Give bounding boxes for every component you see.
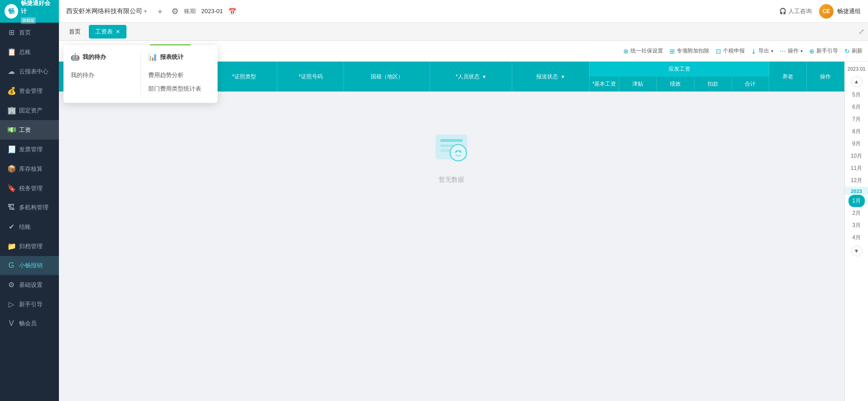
nav-icon-fund: 💰 xyxy=(7,87,15,95)
nav-icon-multi-org: 🏗 xyxy=(7,203,15,212)
refresh-icon: ↻ xyxy=(844,48,850,55)
nav-label-archive: 归档管理 xyxy=(19,242,43,251)
header-status: *人员状态 ▼ xyxy=(430,62,512,92)
header-wage-group: 应发工资 xyxy=(589,62,769,77)
personal-tax-button[interactable]: ⊡ 个税申报 xyxy=(716,47,745,55)
tab-home[interactable]: 首页 xyxy=(63,25,87,39)
timeline-prev-button[interactable]: ▲ xyxy=(851,76,862,87)
sidebar-item-fixed-assets[interactable]: 🏢固定资产 xyxy=(0,101,59,120)
sidebar-item-ledger[interactable]: 📋总账 xyxy=(0,42,59,62)
svg-point-4 xyxy=(450,145,466,161)
popup-todo-title: 🤖 我的待办 xyxy=(71,53,133,63)
new-guide-label: 新手引导 xyxy=(816,47,838,55)
nav-label-member: 畅会员 xyxy=(19,319,37,328)
popup-divider xyxy=(141,53,141,96)
customer-service-button[interactable]: 🎧 人工咨询 xyxy=(779,7,812,15)
svg-rect-1 xyxy=(440,139,463,142)
popup-dept-expense[interactable]: 部门费用类型统计表 xyxy=(148,82,211,96)
sidebar-item-wage[interactable]: 💵工资 xyxy=(0,120,59,140)
popup-col-todo: 🤖 我的待办 我的待办 xyxy=(71,53,133,96)
header-nationality: 国籍（地区） xyxy=(344,62,430,92)
personal-tax-label: 个税申报 xyxy=(723,47,745,55)
table-container: 工号 ⇅ *姓名 *部门 *证照类型 *证照号码 国籍（地区） *人员状态 ▼ … xyxy=(59,62,844,401)
sidebar-item-fund[interactable]: 💰资金管理 xyxy=(0,81,59,101)
timeline-month-nov[interactable]: 11月 xyxy=(845,162,868,174)
tab-expand-icon[interactable]: ⤢ xyxy=(858,28,864,35)
tab-wage-close[interactable]: ✕ xyxy=(116,29,120,35)
topbar: 西安虾米网络科技有限公司 ▾ ＋ ⚙ 账期 2023-01 📅 🎧 人工咨询 C… xyxy=(59,0,868,23)
nav-icon-guide: ▷ xyxy=(7,300,15,309)
topbar-right: 🎧 人工咨询 CE 畅捷通组 xyxy=(779,4,861,19)
operations-chevron: ▾ xyxy=(800,48,803,53)
nav-label-cloud-report: 云报表中心 xyxy=(19,68,48,76)
timeline-month-apr[interactable]: 4月 xyxy=(845,232,868,244)
nav-icon-member: V xyxy=(7,319,15,328)
sidebar-item-tax[interactable]: 🔖税务管理 xyxy=(0,179,59,198)
tab-wage-label: 工资表 xyxy=(95,28,113,36)
logo-icon: 畅 xyxy=(5,4,18,19)
timeline-month-mar[interactable]: 3月 xyxy=(845,219,868,232)
user-info[interactable]: CE 畅捷通组 xyxy=(819,4,861,19)
nav-label-basic: 基础设置 xyxy=(19,281,43,289)
sidebar-item-guide[interactable]: ▷新手引导 xyxy=(0,295,59,314)
nav-label-fixed-assets: 固定资产 xyxy=(19,106,43,115)
timeline-month-jul[interactable]: 7月 xyxy=(845,113,868,126)
avatar-initials: CE xyxy=(823,8,830,14)
timeline-month-feb[interactable]: 2月 xyxy=(845,207,868,219)
timeline-month-jan-active[interactable]: 1月 xyxy=(849,195,865,207)
timeline-month-may[interactable]: 5月 xyxy=(845,89,868,101)
export-button[interactable]: ⤓ 导出 ▾ xyxy=(751,47,773,55)
export-chevron: ▾ xyxy=(771,48,773,53)
timeline-next-button[interactable]: ▼ xyxy=(851,246,862,256)
timeline-month-aug[interactable]: 8月 xyxy=(845,126,868,138)
nav-label-xiaochang: 小畅报销 xyxy=(19,261,43,270)
export-label: 导出 xyxy=(758,47,769,55)
company-dropdown-icon: ▾ xyxy=(144,8,147,14)
header-allowance: 津贴 xyxy=(619,77,657,92)
sidebar-item-cloud-report[interactable]: ☁云报表中心 xyxy=(0,62,59,81)
calendar-icon[interactable]: 📅 xyxy=(228,8,236,15)
company-selector[interactable]: 西安虾米网络科技有限公司 ▾ xyxy=(66,7,147,15)
sidebar-item-invoice[interactable]: 🧾发票管理 xyxy=(0,140,59,159)
add-company-button[interactable]: ＋ xyxy=(156,6,164,17)
personal-tax-icon: ⊡ xyxy=(716,48,721,55)
report-filter-icon[interactable]: ▼ xyxy=(561,74,565,79)
header-deduction: 扣款 xyxy=(694,77,732,92)
sidebar: 畅 畅捷通好会计 旗舰版 ⊞首页📋总账☁云报表中心💰资金管理🏢固定资产💵工资🧾发… xyxy=(0,0,59,401)
nav-label-multi-org: 多机构管理 xyxy=(19,203,48,212)
settings-icon[interactable]: ⚙ xyxy=(171,6,179,16)
new-guide-button[interactable]: ⊕ 新手引导 xyxy=(809,47,838,55)
sidebar-item-multi-org[interactable]: 🏗多机构管理 xyxy=(0,198,59,217)
timeline-month-jun[interactable]: 6月 xyxy=(845,101,868,113)
status-filter-icon[interactable]: ▼ xyxy=(482,74,486,79)
sidebar-item-inventory[interactable]: 📦库存核算 xyxy=(0,159,59,179)
side-timeline: 2023.01 ▲ 5月 6月 7月 8月 9月 10月 11月 12月 202… xyxy=(844,62,868,401)
sidebar-item-settlement[interactable]: ✔结账 xyxy=(0,217,59,237)
timeline-month-dec[interactable]: 12月 xyxy=(845,174,868,187)
nav-icon-home: ⊞ xyxy=(7,28,15,37)
social-insurance-button[interactable]: ⊕ 统一社保设置 xyxy=(623,47,663,55)
popup-todo-item[interactable]: 我的待办 xyxy=(71,68,133,82)
sidebar-item-xiaochang[interactable]: G小畅报销 xyxy=(0,256,59,275)
refresh-button[interactable]: ↻ 刷新 xyxy=(844,47,863,55)
nav-icon-cloud-report: ☁ xyxy=(7,67,15,76)
operations-button[interactable]: ⋯ 操作 ▾ xyxy=(780,47,803,55)
popup-expense-trend[interactable]: 费用趋势分析 xyxy=(148,68,211,82)
special-deduction-button[interactable]: ⊞ 专项附加扣除 xyxy=(669,47,709,55)
user-name: 畅捷通组 xyxy=(837,7,861,15)
sidebar-item-home[interactable]: ⊞首页 xyxy=(0,23,59,42)
nav-icon-basic: ⚙ xyxy=(7,280,15,289)
timeline-month-oct[interactable]: 10月 xyxy=(845,150,868,162)
timeline-month-sep[interactable]: 9月 xyxy=(845,138,868,150)
tab-wage[interactable]: 工资表 ✕ xyxy=(89,25,126,39)
header-report-status: 报送状态 ▼ xyxy=(512,62,590,92)
nav-icon-fixed-assets: 🏢 xyxy=(7,106,15,115)
header-pension: 养老 xyxy=(769,62,807,92)
dropdown-popup: 🤖 我的待办 我的待办 📊 报表统计 费用趋势分析 部门费用类型统计表 xyxy=(63,45,218,103)
nav-icon-ledger: 📋 xyxy=(7,48,15,56)
nav-icon-inventory: 📦 xyxy=(7,164,15,173)
sidebar-item-basic[interactable]: ⚙基础设置 xyxy=(0,275,59,295)
sidebar-item-member[interactable]: V畅会员 xyxy=(0,314,59,333)
sidebar-item-archive[interactable]: 📁归档管理 xyxy=(0,237,59,256)
header-total: 合计 xyxy=(732,77,769,92)
